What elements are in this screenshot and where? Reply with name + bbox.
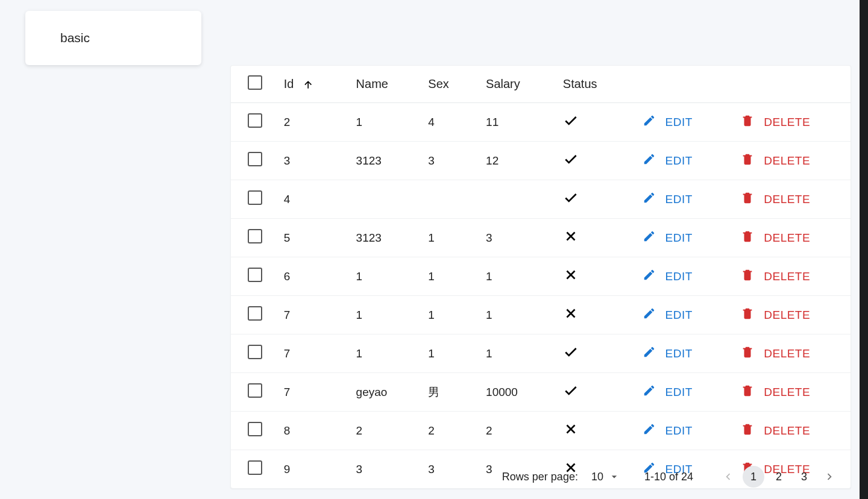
delete-button[interactable]: DELETE <box>741 191 810 207</box>
next-page-button[interactable] <box>819 466 840 488</box>
header-id[interactable]: Id <box>279 66 351 103</box>
cell-sex: 4 <box>428 116 435 128</box>
edit-button[interactable]: EDIT <box>643 307 693 323</box>
edit-button[interactable]: EDIT <box>643 230 693 246</box>
cell-name: 3123 <box>356 231 382 244</box>
cell-sex: 1 <box>428 231 435 244</box>
close-icon <box>563 427 579 439</box>
edit-button[interactable]: EDIT <box>643 384 693 400</box>
delete-label: DELETE <box>764 231 810 245</box>
cell-id: 3 <box>284 154 291 167</box>
delete-button[interactable]: DELETE <box>741 268 810 284</box>
rows-per-page-select[interactable]: 10 <box>591 471 620 483</box>
rows-per-page-value: 10 <box>591 471 603 483</box>
cell-sex: 3 <box>428 154 435 167</box>
row-checkbox[interactable] <box>248 113 262 128</box>
edit-button[interactable]: EDIT <box>643 191 693 207</box>
row-checkbox[interactable] <box>248 268 262 282</box>
cell-id: 7 <box>284 309 291 321</box>
cell-name: 3123 <box>356 154 382 167</box>
row-checkbox[interactable] <box>248 345 262 359</box>
cell-salary: 1 <box>486 270 492 283</box>
table-row: 7geyao男10000EDITDELETE <box>231 373 851 412</box>
delete-label: DELETE <box>764 347 810 360</box>
data-table: Id Name Sex Salary Status 21411EDITDELET… <box>230 65 851 489</box>
row-checkbox[interactable] <box>248 306 262 321</box>
table-row: 33123312EDITDELETE <box>231 142 851 180</box>
edit-button[interactable]: EDIT <box>643 152 693 169</box>
table-footer: Rows per page: 10 1-10 of 24 123 <box>230 462 851 492</box>
delete-button[interactable]: DELETE <box>741 422 810 439</box>
header-status[interactable]: Status <box>558 66 638 103</box>
edit-button[interactable]: EDIT <box>643 422 693 439</box>
close-icon <box>563 311 579 324</box>
cell-salary: 2 <box>486 424 492 437</box>
right-edge-strip <box>860 0 868 499</box>
pencil-icon <box>643 230 656 246</box>
page-button-3[interactable]: 3 <box>793 466 815 488</box>
trash-icon <box>741 114 754 130</box>
cell-sex: 1 <box>428 270 435 283</box>
delete-label: DELETE <box>764 386 810 399</box>
page-button-2[interactable]: 2 <box>768 466 790 488</box>
cell-salary: 10000 <box>486 386 518 398</box>
edit-label: EDIT <box>665 347 693 360</box>
header-salary[interactable]: Salary <box>481 66 558 103</box>
cell-id: 8 <box>284 424 291 437</box>
delete-label: DELETE <box>764 424 810 438</box>
edit-button[interactable]: EDIT <box>643 268 693 284</box>
edit-label: EDIT <box>665 309 693 322</box>
card-title: basic <box>60 31 90 45</box>
pencil-icon <box>643 422 656 439</box>
cell-id: 7 <box>284 386 291 398</box>
cell-id: 7 <box>284 347 291 360</box>
row-checkbox[interactable] <box>248 383 262 398</box>
cell-salary: 11 <box>486 116 498 128</box>
trash-icon <box>741 422 754 439</box>
header-name[interactable]: Name <box>351 66 424 103</box>
edit-button[interactable]: EDIT <box>643 114 693 130</box>
edit-button[interactable]: EDIT <box>643 345 693 362</box>
delete-button[interactable]: DELETE <box>741 230 810 246</box>
table-row: 21411EDITDELETE <box>231 103 851 142</box>
delete-button[interactable]: DELETE <box>741 345 810 362</box>
delete-button[interactable]: DELETE <box>741 307 810 323</box>
delete-label: DELETE <box>764 193 810 206</box>
chevron-right-icon <box>823 470 836 483</box>
delete-label: DELETE <box>764 309 810 322</box>
trash-icon <box>741 345 754 362</box>
pencil-icon <box>643 307 656 323</box>
pencil-icon <box>643 152 656 169</box>
pagination-range: 1-10 of 24 <box>644 471 693 483</box>
cell-id: 5 <box>284 231 291 244</box>
cell-sex: 1 <box>428 347 435 360</box>
select-all-checkbox[interactable] <box>248 75 262 90</box>
page-button-1[interactable]: 1 <box>743 466 764 488</box>
close-icon <box>563 272 579 285</box>
delete-label: DELETE <box>764 154 810 168</box>
pencil-icon <box>643 114 656 130</box>
prev-page-button[interactable] <box>717 466 739 488</box>
edit-label: EDIT <box>665 193 693 206</box>
trash-icon <box>741 152 754 169</box>
cell-id: 6 <box>284 270 291 283</box>
table-row: 7111EDITDELETE <box>231 296 851 334</box>
row-checkbox[interactable] <box>248 229 262 243</box>
trash-icon <box>741 191 754 207</box>
delete-button[interactable]: DELETE <box>741 384 810 400</box>
trash-icon <box>741 384 754 400</box>
check-icon <box>563 118 579 131</box>
cell-salary: 1 <box>486 347 492 360</box>
delete-button[interactable]: DELETE <box>741 152 810 169</box>
edit-label: EDIT <box>665 154 693 168</box>
row-checkbox[interactable] <box>248 152 262 166</box>
cell-id: 2 <box>284 116 291 128</box>
row-checkbox[interactable] <box>248 422 262 436</box>
delete-button[interactable]: DELETE <box>741 114 810 130</box>
rows-per-page: Rows per page: 10 <box>502 471 620 483</box>
cell-salary: 1 <box>486 309 492 321</box>
row-checkbox[interactable] <box>248 190 262 205</box>
cell-name: 1 <box>356 270 363 283</box>
card-basic[interactable]: basic <box>25 11 201 65</box>
header-sex[interactable]: Sex <box>423 66 481 103</box>
